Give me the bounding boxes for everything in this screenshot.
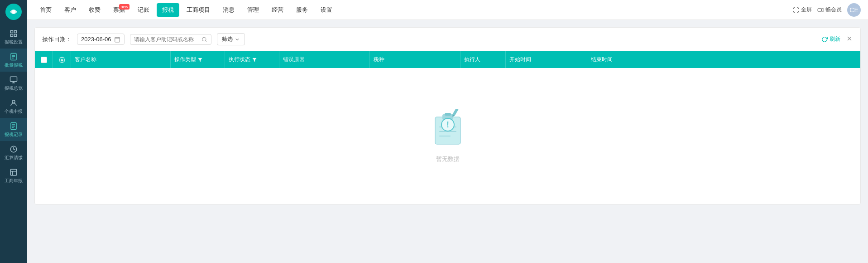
svg-point-1: [12, 10, 15, 14]
chevron-down-icon: [235, 37, 240, 42]
nav-item-jizhang[interactable]: 记账: [132, 3, 155, 17]
filter-button[interactable]: 筛选: [217, 33, 245, 45]
date-label: 操作日期：: [42, 35, 72, 44]
fullscreen-icon: [793, 7, 799, 13]
empty-illustration: !: [430, 109, 466, 150]
new-badge: new: [119, 4, 129, 10]
nav-items: 首页 客户 收费 票据 new 记账 报税 工商项目 消息 管理 经营 服务 设…: [34, 3, 793, 17]
user-avatar[interactable]: CE: [847, 3, 861, 17]
sidebar-item-label: 报税记录: [5, 132, 23, 137]
refresh-button[interactable]: 刷新: [821, 35, 840, 43]
svg-text:!: !: [446, 120, 449, 129]
sidebar-item-geshui-shenbao[interactable]: 个税申报: [0, 95, 27, 118]
personal-tax-icon: [9, 98, 18, 107]
search-box[interactable]: [130, 34, 211, 45]
date-picker[interactable]: 2023-06-06: [77, 34, 125, 45]
sidebar-item-label: 个税申报: [5, 109, 23, 114]
th-checkbox[interactable]: [35, 51, 53, 68]
sidebar-item-label: 报税总览: [5, 86, 23, 91]
sidebar-item-label: 工商年报: [5, 178, 23, 184]
batch-tax-icon: [9, 52, 18, 61]
video-icon: [817, 7, 824, 13]
annual-report-icon: [9, 168, 18, 177]
page-content: 操作日期： 2023-06-06 筛选: [27, 20, 868, 263]
th-tax-type: 税种: [370, 51, 460, 68]
sidebar-item-piliang-baoshui[interactable]: 批量报税: [0, 49, 27, 72]
filter-icon-2[interactable]: [252, 58, 257, 62]
filter-icon[interactable]: [198, 58, 202, 62]
tax-record-icon: [9, 122, 18, 131]
sidebar-item-gongshang-nianbao[interactable]: 工商年报: [0, 164, 27, 187]
sidebar-item-label: 批量报税: [5, 63, 23, 68]
empty-text: 暂无数据: [436, 155, 460, 163]
member-button[interactable]: 畅会员: [817, 6, 842, 14]
sidebar-item-label: 汇算清缴: [5, 155, 23, 161]
sidebar-item-label: 报税设置: [5, 39, 23, 45]
th-operation-type: 操作类型: [171, 51, 225, 68]
th-settings[interactable]: [53, 51, 71, 68]
date-value: 2023-06-06: [81, 36, 111, 43]
svg-rect-5: [14, 34, 17, 37]
empty-state: ! 暂无数据: [430, 109, 466, 163]
fullscreen-button[interactable]: 全屏: [793, 6, 812, 14]
svg-point-27: [202, 37, 206, 41]
svg-rect-23: [115, 37, 120, 42]
table-header: 客户名称 操作类型 执行状态 错误原因 税种: [35, 51, 860, 68]
th-start-time: 开始时间: [506, 51, 587, 68]
calendar-icon: [114, 36, 120, 43]
toolbar: 操作日期： 2023-06-06 筛选: [35, 28, 860, 51]
nav-item-baoshui[interactable]: 报税: [157, 3, 179, 17]
top-navigation: 首页 客户 收费 票据 new 记账 报税 工商项目 消息 管理 经营 服务 设…: [27, 0, 868, 20]
settlement-icon: [9, 145, 18, 154]
th-exec-status: 执行状态: [225, 51, 279, 68]
svg-marker-33: [253, 58, 256, 62]
close-icon: [846, 35, 853, 42]
refresh-icon: [821, 36, 828, 43]
content-area: 操作日期： 2023-06-06 筛选: [27, 20, 868, 263]
svg-point-31: [61, 59, 63, 61]
svg-rect-36: [445, 113, 451, 116]
svg-rect-42: [452, 109, 458, 116]
search-input[interactable]: [134, 36, 200, 43]
sidebar: 报税设置 批量报税 报税总览 个税申报 报税记录: [0, 0, 27, 263]
column-settings-icon: [59, 57, 65, 63]
th-end-time: 结束时间: [587, 51, 642, 68]
main-area: 首页 客户 收费 票据 new 记账 报税 工商项目 消息 管理 经营 服务 设…: [27, 0, 868, 263]
svg-rect-4: [10, 34, 13, 37]
toolbar-right: 刷新: [821, 35, 853, 44]
nav-item-guanli[interactable]: 管理: [242, 3, 264, 17]
topnav-right: 全屏 畅会员 CE: [793, 3, 861, 17]
svg-rect-3: [14, 30, 17, 33]
sidebar-item-baoshui-jilu[interactable]: 报税记录: [0, 118, 27, 141]
settings-icon: [9, 29, 18, 38]
svg-rect-2: [10, 30, 13, 33]
search-icon: [201, 36, 207, 43]
svg-rect-22: [818, 9, 822, 11]
sidebar-item-baoshui-zonlan[interactable]: 报税总览: [0, 72, 27, 95]
svg-marker-32: [198, 58, 202, 62]
th-customer-name: 客户名称: [71, 51, 171, 68]
th-error-reason: 错误原因: [279, 51, 370, 68]
svg-rect-19: [10, 169, 17, 175]
nav-item-shoufei[interactable]: 收费: [83, 3, 106, 17]
sidebar-item-huisuan-jiaona[interactable]: 汇算清缴: [0, 141, 27, 164]
nav-item-home[interactable]: 首页: [34, 3, 57, 17]
nav-item-customer[interactable]: 客户: [59, 3, 82, 17]
nav-item-shezhi[interactable]: 设置: [315, 3, 338, 17]
svg-line-28: [206, 40, 206, 41]
close-button[interactable]: [846, 35, 853, 44]
table-container: 操作日期： 2023-06-06 筛选: [34, 27, 861, 205]
nav-item-fuwu[interactable]: 服务: [291, 3, 313, 17]
svg-point-13: [12, 100, 15, 103]
nav-item-jingying[interactable]: 经营: [266, 3, 289, 17]
app-logo[interactable]: [5, 4, 22, 20]
nav-item-gongshang[interactable]: 工商项目: [181, 3, 216, 17]
svg-rect-10: [10, 77, 17, 82]
th-executor: 执行人: [460, 51, 506, 68]
nav-item-xiaoxi[interactable]: 消息: [217, 3, 240, 17]
nav-item-piaoju[interactable]: 票据 new: [108, 3, 130, 17]
table-body: ! 暂无数据: [35, 68, 860, 204]
select-all-checkbox[interactable]: [41, 57, 47, 63]
overview-icon: [9, 75, 18, 84]
sidebar-item-baoshui-shezhi[interactable]: 报税设置: [0, 25, 27, 49]
